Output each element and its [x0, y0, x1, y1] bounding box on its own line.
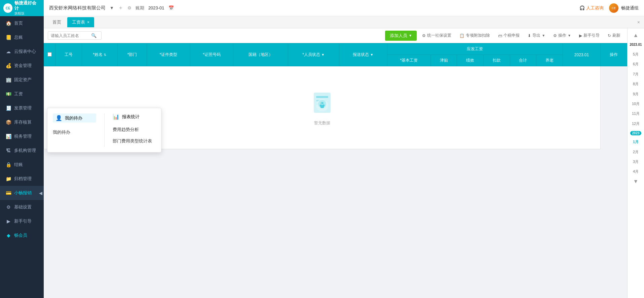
popup-item-my-pending[interactable]: 我的待办: [53, 127, 96, 138]
export-icon: ⬇: [528, 33, 531, 38]
logo-icon: CE: [3, 3, 12, 13]
sidebar-item-invoice[interactable]: 🧾 发票管理: [0, 101, 44, 115]
svg-point-8: [321, 103, 322, 104]
operation-btn[interactable]: ⚙ 操作 ▼: [551, 31, 574, 40]
popup-reports-header[interactable]: 📊 报表统计: [113, 113, 156, 120]
close-tab-btn[interactable]: ×: [637, 20, 640, 25]
sidebar-item-salary[interactable]: 💵 工资: [0, 87, 44, 101]
panel-month-12[interactable]: 12月: [631, 119, 641, 128]
sidebar-item-ledger[interactable]: 📒 总账: [0, 30, 44, 44]
svg-point-9: [323, 103, 324, 104]
th-report-status: 报送状态 ▼: [339, 43, 387, 66]
sidebar-item-home[interactable]: 🏠 首页: [0, 16, 44, 30]
company-dropdown[interactable]: ▼: [110, 5, 114, 10]
name-sort-icon[interactable]: ⇅: [104, 53, 106, 57]
submenu-arrow: ◀: [39, 186, 44, 200]
popup-item-expense-trend[interactable]: 费用趋势分析: [113, 124, 156, 135]
tab-salary-table[interactable]: 工资表 ×: [67, 17, 94, 27]
panel-year-badge: 2023: [630, 130, 641, 135]
th-allowance: 津贴: [430, 55, 457, 66]
select-all-checkbox[interactable]: [47, 52, 52, 57]
export-dropdown-icon: ▼: [542, 34, 545, 37]
period-label: 账期: [136, 5, 144, 11]
panel-month-10[interactable]: 10月: [631, 99, 641, 108]
refresh-btn[interactable]: ↻ 刷新: [605, 31, 623, 40]
sidebar-item-member[interactable]: ◆ 畅会员: [0, 228, 44, 242]
report-status-filter-icon[interactable]: ▼: [370, 53, 374, 57]
search-input[interactable]: [51, 33, 91, 38]
company-name: 西安虾米网络科技有限公司: [49, 5, 106, 11]
th-salary-group: 应发工资: [387, 43, 563, 55]
panel-month-3[interactable]: 3月: [632, 157, 640, 166]
calendar-icon[interactable]: 📅: [168, 5, 174, 10]
sidebar-item-archive[interactable]: 📁 归档管理: [0, 172, 44, 186]
special-deduction-btn[interactable]: 📋 专项附加扣除: [457, 31, 493, 40]
cloud-icon: ☁: [5, 49, 11, 54]
popup-item-dept-expense[interactable]: 部门费用类型统计表: [113, 135, 156, 147]
th-checkbox: [44, 43, 55, 66]
search-box: 🔍: [48, 31, 102, 40]
sidebar-item-xiaochang[interactable]: 💳 小畅报销 ◀: [0, 186, 44, 200]
add-company-btn[interactable]: ＋: [118, 4, 123, 11]
company-settings-icon[interactable]: ⚙: [127, 5, 131, 10]
member-icon: ◆: [5, 233, 11, 238]
sidebar-item-guide[interactable]: ▶ 新手引导: [0, 214, 44, 228]
sidebar-item-fixed-assets[interactable]: 🏢 固定资产: [0, 73, 44, 87]
add-person-button[interactable]: 添加人员 ▼: [385, 31, 417, 41]
popup-pending-header[interactable]: 👤 我的待办: [53, 113, 96, 123]
special-deduction-icon: 📋: [459, 33, 464, 38]
tab-close-icon[interactable]: ×: [87, 20, 89, 25]
assets-icon: 🏢: [5, 77, 11, 82]
user-menu[interactable]: CE 畅捷通组: [609, 3, 639, 13]
tab-home[interactable]: 首页: [48, 17, 66, 27]
salary-icon: 💵: [5, 91, 11, 97]
sidebar-item-multi-org[interactable]: 🏗 多机构管理: [0, 143, 44, 158]
popup-menu: 👤 我的待办 我的待办 📊 报表统计 费用趋势分析 部门费用类型统计表: [47, 108, 161, 153]
sidebar-item-closing[interactable]: 🔒 结账: [0, 158, 44, 172]
panel-prev-btn[interactable]: ▲: [632, 31, 640, 40]
sidebar-logo: CE 畅捷通好会计 旗舰版: [0, 0, 44, 16]
tabbar: 首页 工资表 × ×: [44, 16, 644, 28]
panel-month-4[interactable]: 4月: [632, 167, 640, 176]
social-insurance-btn[interactable]: ⚙ 统一社保设置: [419, 31, 454, 40]
inventory-icon: 📦: [5, 120, 11, 125]
toolbar: 🔍 添加人员 ▼ ⚙ 统一社保设置 📋 专项附加扣除 🗃 个税申报: [44, 28, 627, 43]
sidebar-item-cloud-report[interactable]: ☁ 云报表中心: [0, 44, 44, 59]
panel-month-1-active[interactable]: 1月: [632, 137, 640, 146]
panel-month-9[interactable]: 9月: [632, 90, 640, 99]
search-icon[interactable]: 🔍: [91, 33, 97, 38]
panel-month-5[interactable]: 5月: [632, 50, 640, 59]
headset-icon: 🎧: [579, 5, 585, 10]
guide-icon: ▶: [5, 219, 11, 224]
empty-text: 暂无数据: [314, 120, 330, 126]
th-operations: 操作: [601, 43, 627, 66]
panel-month-6[interactable]: 6月: [632, 60, 640, 69]
sidebar-item-inventory[interactable]: 📦 库存核算: [0, 115, 44, 129]
th-performance: 绩效: [457, 55, 484, 66]
app-edition: 旗舰版: [14, 11, 40, 16]
panel-month-8[interactable]: 8月: [632, 79, 640, 89]
new-guide-btn[interactable]: ▶ 新手引导: [576, 31, 602, 40]
sidebar-item-fund[interactable]: 💰 资金管理: [0, 59, 44, 73]
th-total: 合计: [510, 55, 536, 66]
panel-month-2[interactable]: 2月: [632, 147, 640, 157]
app-name: 畅捷通好会计: [14, 0, 40, 11]
panel-year-period: 2023.01: [628, 40, 643, 49]
sidebar-item-basic[interactable]: ⚙ 基础设置: [0, 200, 44, 214]
th-name: *姓名 ⇅: [82, 43, 118, 66]
th-pension: 养老: [536, 55, 563, 66]
panel-month-7[interactable]: 7月: [632, 70, 640, 79]
tax-return-btn[interactable]: 🗃 个税申报: [495, 31, 522, 40]
panel-month-11[interactable]: 11月: [631, 109, 641, 118]
th-status: *人员状态 ▼: [288, 43, 339, 66]
xiaochang-icon: 💳: [5, 190, 11, 196]
panel-next-btn[interactable]: ▼: [632, 177, 640, 186]
ledger-icon: 📒: [5, 35, 11, 40]
svg-rect-1: [316, 96, 328, 98]
sidebar-item-tax[interactable]: 📊 税务管理: [0, 129, 44, 143]
export-btn[interactable]: ⬇ 导出 ▼: [525, 31, 548, 40]
status-filter-icon[interactable]: ▼: [321, 53, 325, 57]
sidebar: CE 畅捷通好会计 旗舰版 🏠 首页 📒 总账 ☁ 云报表中心 💰 资金管理 🏢…: [0, 0, 44, 298]
service-btn[interactable]: 🎧 人工咨询: [579, 5, 604, 11]
th-country: 国籍（地区）: [233, 43, 288, 66]
